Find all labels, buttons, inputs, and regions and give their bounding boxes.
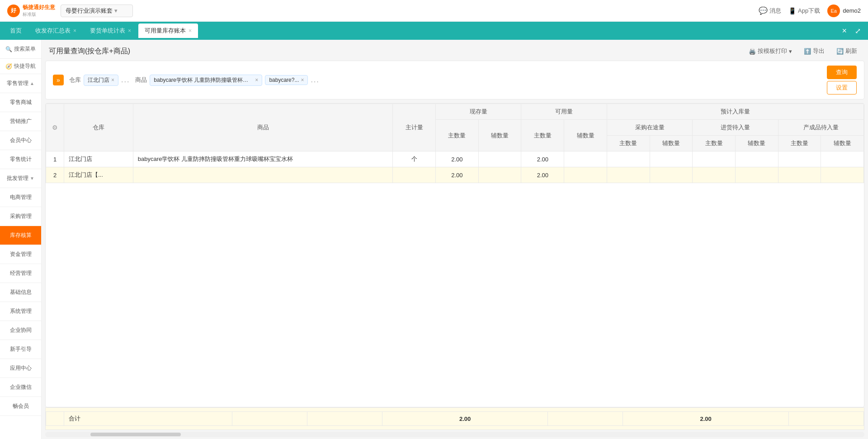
sidebar-item-retail-mgmt[interactable]: 零售管理 ▲ <box>0 74 41 93</box>
col-main-unit-header: 主计量 <box>393 104 436 151</box>
tab-available[interactable]: 可用量库存账本 × <box>138 24 198 38</box>
col-settings-header[interactable]: ⚙ <box>46 104 64 151</box>
messages-btn[interactable]: 💬 消息 <box>759 6 781 15</box>
close-all-tabs[interactable]: × <box>838 26 850 36</box>
sidebar-item-member-center[interactable]: 会员中心 <box>0 131 41 150</box>
query-btn[interactable]: 查询 <box>827 66 857 79</box>
filter-warehouse-tag: 江北门店 × <box>84 75 118 86</box>
refresh-btn[interactable]: 🔄 刷新 <box>833 45 861 57</box>
sidebar-item-operations[interactable]: 经营管理 <box>0 264 41 283</box>
store-selector[interactable]: 母婴行业演示账套 ▾ <box>61 5 133 17</box>
cell-pt-main-1 <box>607 151 650 167</box>
search-menu-btn[interactable]: 🔍 搜索菜单 <box>4 43 38 55</box>
query-settings: 查询 设置 <box>827 66 857 94</box>
col-warehouse-header: 仓库 <box>64 104 133 151</box>
cell-ip-aux-2 <box>735 167 778 183</box>
cell-ip-aux-1 <box>735 151 778 167</box>
col-incoming-pending-header: 进货待入量 <box>693 120 778 136</box>
scroll-thumb[interactable] <box>90 433 181 436</box>
col-production-pending-header: 产成品待入量 <box>778 120 863 136</box>
cell-pp-main-1 <box>778 151 821 167</box>
cell-ip-main-1 <box>693 151 736 167</box>
col-planned-in-header: 预计入库量 <box>607 104 863 120</box>
remove-product-tag-1[interactable]: × <box>255 77 258 83</box>
remove-product-tag-2[interactable]: × <box>301 77 304 83</box>
tab-requisition[interactable]: 要货单统计表 × <box>84 24 137 38</box>
print-template-btn[interactable]: 🖨️ 按模板打印 ▾ <box>745 45 796 57</box>
sidebar-search[interactable]: 🔍 搜索菜单 <box>0 40 41 59</box>
print-icon: 🖨️ <box>749 48 756 55</box>
export-btn[interactable]: ⬆️ 导出 <box>800 45 828 57</box>
tab-close-available[interactable]: × <box>189 28 192 34</box>
scroll-bar[interactable] <box>45 432 864 437</box>
top-bar-left: 好 畅捷通好生意 标准版 母婴行业演示账套 ▾ <box>7 4 133 18</box>
sidebar-item-enterprise-collab[interactable]: 企业协同 <box>0 321 41 340</box>
remove-warehouse-tag[interactable]: × <box>111 77 114 83</box>
cell-warehouse-2: 江北门店【... <box>64 167 133 183</box>
compass-icon: 🧭 <box>5 63 12 70</box>
export-icon: ⬆️ <box>804 48 811 55</box>
col-current-aux-header: 辅数量 <box>478 120 521 151</box>
nav-tabs: 首页 收发存汇总表 × 要货单统计表 × 可用量库存账本 × × ⤢ <box>0 22 868 40</box>
sidebar-item-newbie[interactable]: 新手引导 <box>0 340 41 359</box>
filter-warehouse-more[interactable]: ... <box>121 76 130 84</box>
cell-curr-main-2: 2.00 <box>436 167 479 183</box>
sidebar-item-wholesale-mgmt[interactable]: 批发管理 ▼ <box>0 169 41 188</box>
cell-warehouse-1: 江北门店 <box>64 151 133 167</box>
col-available-header: 可用量 <box>521 104 607 120</box>
sidebar-item-vip[interactable]: 畅会员 <box>0 397 41 416</box>
sidebar-item-app-center[interactable]: 应用中心 <box>0 359 41 378</box>
sidebar-item-basic-info[interactable]: 基础信息 <box>0 283 41 302</box>
cell-unit-1: 个 <box>393 151 436 167</box>
col-avail-main-header: 主数量 <box>521 120 564 151</box>
sidebar-item-sys-mgmt[interactable]: 系统管理 <box>0 302 41 321</box>
tab-close-receivepay[interactable]: × <box>73 28 76 34</box>
page-actions: 🖨️ 按模板打印 ▾ ⬆️ 导出 🔄 刷新 <box>745 45 861 57</box>
cell-pt-main-2 <box>607 167 650 183</box>
table-row: 2 江北门店【... 2.00 2.00 <box>46 167 864 183</box>
sidebar-item-retail-mall[interactable]: 零售商城 <box>0 93 41 112</box>
col-pt-aux-header: 辅数量 <box>650 136 693 151</box>
cell-pp-aux-1 <box>821 151 864 167</box>
cell-product-2 <box>133 167 393 183</box>
user-profile[interactable]: Ea demo2 <box>827 5 861 17</box>
quick-nav-btn[interactable]: 🧭 快捷导航 <box>0 59 41 74</box>
filter-product-tag-2: babycare?... × <box>265 75 308 85</box>
settings-btn[interactable]: 设置 <box>827 81 857 94</box>
chevron-down-icon-print: ▾ <box>789 48 792 55</box>
cell-seq-1: 1 <box>46 151 64 167</box>
cell-pp-main-2 <box>778 167 821 183</box>
arrow-icon: ▲ <box>30 81 34 86</box>
sidebar-item-purchase-mgmt[interactable]: 采购管理 <box>0 207 41 226</box>
tab-receivepay[interactable]: 收发存汇总表 × <box>29 24 83 38</box>
sidebar-item-inventory[interactable]: 库存核算 <box>0 226 41 245</box>
filter-product-group: 商品 babycare学饮杯 儿童防摔防撞吸管杯重力球吸嘴杯宝宝水杯 × bab… <box>135 75 319 86</box>
arrow-icon-2: ▼ <box>30 176 34 181</box>
table-footer: 合计 2.00 2.00 <box>45 407 864 430</box>
search-icon: 🔍 <box>5 46 12 52</box>
sidebar-item-ecommerce[interactable]: 电商管理 <box>0 188 41 207</box>
sidebar-item-finance[interactable]: 资金管理 <box>0 245 41 264</box>
filter-product-more[interactable]: ... <box>311 76 319 84</box>
app-download-btn[interactable]: 📱 App下载 <box>788 7 820 15</box>
expand-tabs-icon[interactable]: ⤢ <box>851 27 864 35</box>
cell-curr-aux-2 <box>478 167 521 183</box>
cell-seq-2: 2 <box>46 167 64 183</box>
cell-ip-main-2 <box>693 167 736 183</box>
top-bar: 好 畅捷通好生意 标准版 母婴行业演示账套 ▾ 💬 消息 📱 App下载 Ea … <box>0 0 868 22</box>
app-icon: 📱 <box>788 7 796 14</box>
filter-expand-btn[interactable]: » <box>53 75 64 85</box>
settings-icon: ⚙ <box>52 124 58 131</box>
sidebar-item-marketing[interactable]: 营销推广 <box>0 112 41 131</box>
sidebar-item-enterprise-wechat[interactable]: 企业微信 <box>0 378 41 397</box>
tab-close-requisition[interactable]: × <box>128 28 131 34</box>
sidebar-item-retail-stats[interactable]: 零售统计 <box>0 150 41 169</box>
main-layout: 🔍 搜索菜单 🧭 快捷导航 零售管理 ▲ 零售商城 营销推广 会员中心 零售统计… <box>0 40 868 439</box>
message-icon: 💬 <box>759 6 768 15</box>
tab-home[interactable]: 首页 <box>4 24 28 38</box>
col-pp-main-header: 主数量 <box>778 136 821 151</box>
col-current-main-header: 主数量 <box>436 120 479 151</box>
table-row: 1 江北门店 babycare学饮杯 儿童防摔防撞吸管杯重力球吸嘴杯宝宝水杯 个… <box>46 151 864 167</box>
top-bar-right: 💬 消息 📱 App下载 Ea demo2 <box>759 5 861 17</box>
table-container: ⚙ 仓库 商品 主计量 现存量 可用量 预计入库量 主数量 辅数量 主数量 辅数… <box>45 103 864 407</box>
